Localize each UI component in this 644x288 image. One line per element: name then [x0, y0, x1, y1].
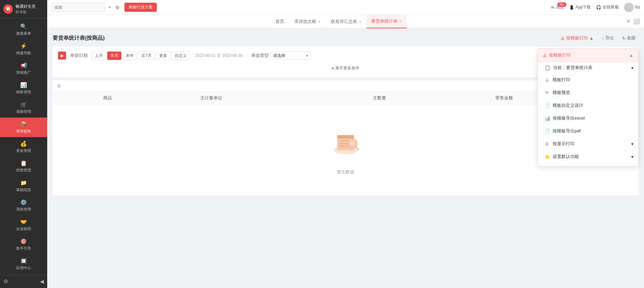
dropdown-item-icon-template-print: 🖨	[545, 77, 550, 83]
sidebar-item-system[interactable]: ⚙️系统管理	[0, 196, 47, 215]
export-button[interactable]: ↑ 导出	[599, 34, 617, 42]
sidebar-item-basic[interactable]: 📁基础信息	[0, 176, 47, 196]
page-title: 要货单统计表(按商品)	[53, 35, 105, 42]
topbar: ▾ ⚙ 体验行业方案 ✉ 消息 99+ 📱 App下载 🎧 在线客服 Rit	[47, 0, 644, 15]
dropdown-item-template-print[interactable]: 🖨 模板打印	[538, 73, 638, 86]
page-content: 要货单统计表(按商品) 🖨 按模板打印 ▲ ↑ 导出 ↻ 刷新	[47, 28, 644, 288]
dropdown-item-label-set-default: 设置默认功能	[553, 154, 579, 160]
tab-order_stat[interactable]: 要货单统计表×	[367, 15, 406, 28]
print-button[interactable]: 🖨 按模板打印 ▲	[558, 34, 596, 42]
sales-icon: 📊	[20, 82, 27, 88]
tab-close-summary[interactable]: ×	[359, 20, 361, 24]
dropdown-item-template-preview[interactable]: 👁 模板预览	[538, 86, 638, 99]
date-btn-上月[interactable]: 上月	[92, 52, 106, 60]
sidebar-item-search[interactable]: 🔍搜索菜单	[0, 20, 47, 39]
settings-icon[interactable]: ⚙	[3, 278, 8, 285]
dropdown-item-export-excel[interactable]: 📊 按模板导出excel	[538, 112, 638, 125]
tab-bar: 首页库存批次账×收发存汇总表×要货单统计表× ✕ ⬜	[47, 15, 644, 28]
sidebar-label-guide: 新手引导	[16, 246, 31, 251]
logo-icon: 畅	[3, 4, 13, 14]
tab-home[interactable]: 首页	[271, 15, 289, 28]
svg-rect-5	[340, 146, 346, 147]
sidebar-item-collab[interactable]: 🤝企业协同	[0, 215, 47, 235]
col-header-1: 商品	[99, 92, 196, 105]
current-icon: 📋	[545, 65, 550, 70]
type-select-wrapper: 请选择 ▾	[270, 52, 311, 60]
dropdown-item-template-design[interactable]: 📄 模板自定义设计	[538, 99, 638, 112]
date-btn-本月[interactable]: 本月	[107, 52, 121, 60]
col-header-2: 主计量单位	[196, 92, 369, 105]
tab-label-batch: 库存批次账	[294, 19, 316, 25]
sidebar: 畅 畅通好生意 标准版 🔍搜索菜单⚡快捷导航📢营销推广📊销售管理🛒采购管理📦库存…	[0, 0, 47, 288]
app-download-icon: 📱	[569, 5, 574, 10]
search-chevron-icon[interactable]: ▾	[109, 5, 111, 10]
close-tab-icon[interactable]: ✕	[626, 18, 631, 25]
sidebar-label-inventory: 库存核算	[16, 129, 31, 134]
date-btn-更多[interactable]: 更多	[156, 52, 170, 60]
dropdown-item-icon-template-design: 📄	[545, 103, 550, 108]
message-item[interactable]: ✉ 消息 99+	[551, 4, 564, 10]
dropdown-item-display-print[interactable]: 🖥 按显示打印 ▾	[538, 137, 638, 150]
svg-rect-2	[337, 135, 354, 138]
sidebar-item-finance[interactable]: 💰资金管理	[0, 137, 47, 157]
print-dropdown-title: 🖨 按模板打印	[543, 52, 571, 58]
user-avatar[interactable]: Rit	[624, 3, 640, 12]
print-dropdown-close-btn[interactable]: ▲	[629, 53, 634, 58]
collab-icon: 🤝	[20, 219, 27, 225]
trial-button[interactable]: 体验行业方案	[124, 3, 157, 12]
export-icon: ↑	[602, 36, 604, 41]
customer-service-item[interactable]: 🎧 在线客服	[596, 4, 619, 10]
filter-expand-arrow[interactable]: ▶	[58, 52, 66, 60]
filter-type: 单据类型 请选择 ▾	[251, 52, 555, 60]
sidebar-item-purchase[interactable]: 🛒采购管理	[0, 98, 47, 118]
inventory-icon: 📦	[20, 121, 27, 127]
date-btn-近7天[interactable]: 近7天	[138, 52, 155, 60]
sidebar-item-operation[interactable]: 📋经营管理	[0, 157, 47, 176]
dropdown-item-export-pdf[interactable]: 📄 按模板导出pdf	[538, 125, 638, 137]
tab-close-batch[interactable]: ×	[318, 20, 320, 24]
app-logo: 畅 畅通好生意 标准版	[0, 0, 47, 19]
shortcut-icon: ⚡	[20, 43, 27, 49]
date-btn-自定义[interactable]: 自定义	[172, 52, 190, 60]
search-input[interactable]	[51, 3, 105, 12]
sidebar-label-marketing: 营销推广	[16, 70, 31, 75]
dropdown-item-icon-display-print: 🖥	[545, 141, 550, 147]
print-chevron-up-icon: ▲	[589, 36, 594, 41]
empty-illustration	[329, 125, 362, 165]
table-settings-icon[interactable]: ⚙	[57, 83, 61, 89]
expand-tab-icon[interactable]: ⬜	[633, 18, 640, 25]
app-download-item[interactable]: 📱 App下载	[569, 4, 591, 10]
current-template-item: 📋 当前：要货单统计表 ▾	[538, 62, 638, 73]
refresh-button[interactable]: ↻ 刷新	[619, 34, 639, 42]
speaker-icon[interactable]: ◀	[40, 278, 44, 285]
sidebar-label-finance: 资金管理	[16, 148, 31, 153]
tab-batch[interactable]: 库存批次账×	[290, 15, 325, 28]
sidebar-item-appstore[interactable]: 🔲应用中心	[0, 254, 47, 274]
arrow-icon: ▶	[61, 53, 64, 58]
print-dropdown: 🖨 按模板打印 ▲ 📋 当前：要货单统计表 ▾ 🖨 模板打印 👁 模板预览 📄 …	[537, 49, 639, 166]
sidebar-label-purchase: 采购管理	[16, 109, 31, 114]
sidebar-label-collab: 企业协同	[16, 226, 31, 231]
sidebar-label-operation: 经营管理	[16, 168, 31, 173]
marketing-icon: 📢	[20, 62, 27, 69]
sidebar-item-inventory[interactable]: 📦库存核算	[0, 118, 47, 137]
sidebar-item-sales[interactable]: 📊销售管理	[0, 78, 47, 98]
tab-close-order_stat[interactable]: ×	[400, 19, 402, 23]
topbar-gear-icon[interactable]: ⚙	[115, 5, 120, 10]
tab-summary[interactable]: 收发存汇总表×	[326, 15, 366, 28]
dropdown-item-set-default[interactable]: ⭐ 设置默认功能 ▾	[538, 150, 638, 163]
printer-icon: 🖨	[560, 36, 565, 41]
date-btn-group: 上月本月本年近7天更多自定义	[92, 52, 190, 60]
dropdown-item-icon-template-preview: 👁	[545, 90, 550, 95]
dropdown-item-chevron-set-default: ▾	[631, 154, 634, 159]
logo-text: 畅通好生意 标准版	[16, 4, 36, 14]
sidebar-item-marketing[interactable]: 📢营销推广	[0, 59, 47, 78]
sidebar-label-system: 系统管理	[16, 207, 31, 212]
type-select[interactable]: 请选择	[270, 52, 311, 60]
date-btn-本年[interactable]: 本年	[123, 52, 137, 60]
sidebar-item-shortcut[interactable]: ⚡快捷导航	[0, 39, 47, 59]
col-header-0	[53, 92, 99, 105]
print-dropdown-items: 🖨 模板打印 👁 模板预览 📄 模板自定义设计 📊 按模板导出excel 📄 按…	[538, 73, 638, 163]
sidebar-item-guide[interactable]: 🎯新手引导	[0, 235, 47, 254]
basic-icon: 📁	[20, 180, 27, 186]
